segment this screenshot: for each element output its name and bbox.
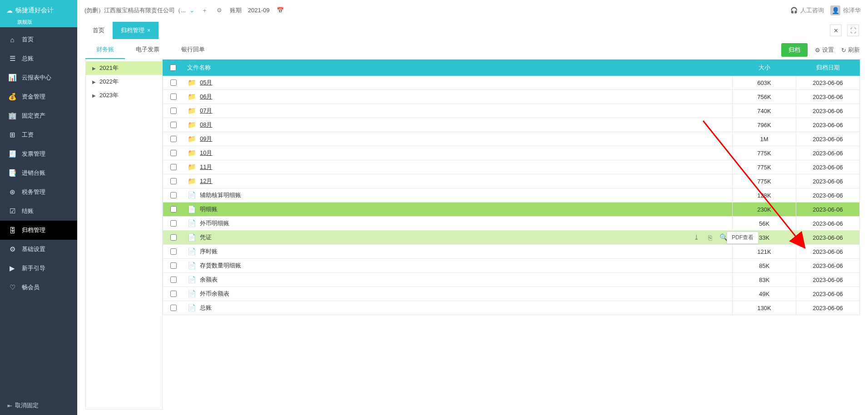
tree-item-0[interactable]: ▶2021年 (86, 61, 162, 75)
row-checkbox[interactable] (170, 192, 177, 198)
row-checkbox[interactable] (170, 94, 177, 100)
row-checkbox[interactable] (170, 108, 177, 114)
table-row[interactable]: 📁08月796K2023-06-06 (163, 118, 860, 132)
sidebar-item-3[interactable]: 💰资金管理 (0, 87, 77, 106)
file-size: 130K (732, 301, 796, 315)
user-menu[interactable]: 👤 徐泽华 (830, 5, 861, 15)
row-checkbox[interactable] (170, 291, 177, 297)
settings-button[interactable]: ⚙ 设置 (815, 46, 834, 54)
pin-toggle[interactable]: ⇤ 取消固定 (0, 396, 77, 415)
sidebar-item-13[interactable]: ♡畅会员 (0, 278, 77, 297)
tab-1[interactable]: 归档管理× (113, 22, 159, 39)
sidebar-item-4[interactable]: 🏢固定资产 (0, 106, 77, 125)
file-date: 2023-06-06 (796, 90, 859, 104)
tree-item-2[interactable]: ▶2023年 (86, 89, 162, 102)
consult-link[interactable]: 🎧 人工咨询 (790, 6, 824, 15)
sidebar-item-10[interactable]: 🗄归档管理 (0, 221, 77, 240)
row-checkbox[interactable] (170, 122, 177, 128)
table-body: 📁05月603K2023-06-06📁06月756K2023-06-06📁07月… (163, 76, 860, 410)
sidebar-item-7[interactable]: 📑进销台账 (0, 163, 77, 183)
sidebar-item-8[interactable]: ⊛税务管理 (0, 183, 77, 202)
sidebar-item-9[interactable]: ☑结账 (0, 202, 77, 221)
row-checkbox[interactable] (170, 248, 177, 255)
tree-item-1[interactable]: ▶2022年 (86, 75, 162, 89)
file-name-link[interactable]: 09月 (200, 135, 212, 143)
file-name-link[interactable]: 08月 (200, 121, 212, 129)
row-checkbox[interactable] (170, 234, 177, 241)
close-icon[interactable]: × (147, 27, 150, 34)
file-name-link[interactable]: 10月 (200, 149, 212, 157)
row-checkbox[interactable] (170, 277, 177, 283)
table-row[interactable]: 📄存货数量明细账85K2023-06-06 (163, 259, 860, 273)
table-row[interactable]: 📁05月603K2023-06-06 (163, 76, 860, 90)
table-row[interactable]: 📁10月775K2023-06-06 (163, 146, 860, 160)
subtab-2[interactable]: 银行回单 (170, 41, 216, 59)
pin-label: 取消固定 (15, 401, 39, 410)
archive-button[interactable]: 归档 (781, 43, 808, 57)
file-name-link[interactable]: 06月 (200, 93, 212, 101)
table-row[interactable]: 📄辅助核算明细账128K2023-06-06 (163, 188, 860, 203)
headset-icon: 🎧 (790, 7, 798, 14)
file-date: 2023-06-06 (796, 132, 859, 146)
table-row[interactable]: 📁07月740K2023-06-06 (163, 104, 860, 118)
table-row[interactable]: 📄总账130K2023-06-06 (163, 301, 860, 315)
refresh-button[interactable]: ↻ 刷新 (841, 46, 860, 54)
file-name: 辅助核算明细账 (200, 191, 241, 199)
subtab-1[interactable]: 电子发票 (125, 41, 170, 59)
table-row[interactable]: 📄余额表83K2023-06-06 (163, 273, 860, 287)
nav-icon: 🗄 (8, 226, 16, 234)
sidebar-item-6[interactable]: 🧾发票管理 (0, 144, 77, 163)
table-row[interactable]: 📁09月1M2023-06-06 (163, 132, 860, 146)
file-size: 796K (732, 118, 796, 132)
row-checkbox[interactable] (170, 79, 177, 86)
tab-0[interactable]: 首页 (84, 22, 113, 39)
table-row[interactable]: 📁11月775K2023-06-06 (163, 160, 860, 174)
close-tab-button[interactable]: ✕ (830, 25, 842, 36)
sidebar-item-1[interactable]: ☰总账 (0, 49, 77, 68)
gear-icon[interactable]: ⚙ (215, 6, 223, 15)
download-excel-icon[interactable]: ⤓ (691, 232, 701, 242)
sidebar-item-2[interactable]: 📊云报表中心 (0, 68, 77, 87)
nav-icon: ⊞ (8, 131, 16, 139)
row-checkbox[interactable] (170, 305, 177, 311)
download-pdf-icon[interactable]: ⎘ (705, 232, 715, 242)
file-icon: 📄 (188, 205, 196, 213)
content: ▶2021年▶2022年▶2023年 文件名称 大小 归档日期 📁05月603K… (77, 59, 868, 415)
row-checkbox[interactable] (170, 178, 177, 184)
brand-name: 畅捷通好会计 (15, 6, 54, 15)
sidebar-item-12[interactable]: ▶新手引导 (0, 259, 77, 278)
nav-label: 资金管理 (22, 93, 45, 101)
caret-right-icon: ▶ (92, 79, 96, 84)
sidebar-item-5[interactable]: ⊞工资 (0, 125, 77, 144)
nav-icon: ⚙ (8, 245, 16, 253)
table-row[interactable]: 📄凭证⤓⎘🔍PDF查看33K2023-06-06 (163, 231, 860, 245)
row-checkbox[interactable] (170, 206, 177, 212)
select-all-checkbox[interactable] (170, 64, 176, 71)
period-value[interactable]: 2021-09 (248, 7, 270, 14)
table-row[interactable]: 📁12月775K2023-06-06 (163, 174, 860, 188)
file-name: 凭证 (200, 233, 212, 242)
row-checkbox[interactable] (170, 136, 177, 142)
file-name-link[interactable]: 07月 (200, 107, 212, 115)
file-name-link[interactable]: 11月 (200, 163, 212, 171)
row-checkbox[interactable] (170, 220, 177, 227)
add-icon[interactable]: ＋ (201, 6, 209, 15)
calendar-icon[interactable]: 📅 (276, 6, 284, 15)
company-selector[interactable]: (勿删）江西服宝精品有限责任公司（... ⌄ (84, 6, 194, 15)
table-row[interactable]: 📁06月756K2023-06-06 (163, 90, 860, 104)
fullscreen-button[interactable]: ⛶ (847, 25, 859, 36)
table-row[interactable]: 📄序时账121K2023-06-06 (163, 245, 860, 259)
table-row[interactable]: 📄明细账230K2023-06-06 (163, 203, 860, 217)
subtab-0[interactable]: 财务账 (85, 41, 125, 59)
file-name-link[interactable]: 12月 (200, 177, 212, 185)
file-name-link[interactable]: 05月 (200, 79, 212, 87)
row-checkbox[interactable] (170, 164, 177, 170)
file-size: 603K (732, 76, 796, 89)
row-checkbox[interactable] (170, 150, 177, 156)
row-checkbox[interactable] (170, 262, 177, 269)
sidebar-item-0[interactable]: ⌂首页 (0, 30, 77, 49)
table-row[interactable]: 📄外币余额表49K2023-06-06 (163, 287, 860, 301)
table-row[interactable]: 📄外币明细账56K2023-06-06 (163, 217, 860, 231)
sidebar-item-11[interactable]: ⚙基础设置 (0, 240, 77, 259)
table-header: 文件名称 大小 归档日期 (163, 59, 860, 76)
